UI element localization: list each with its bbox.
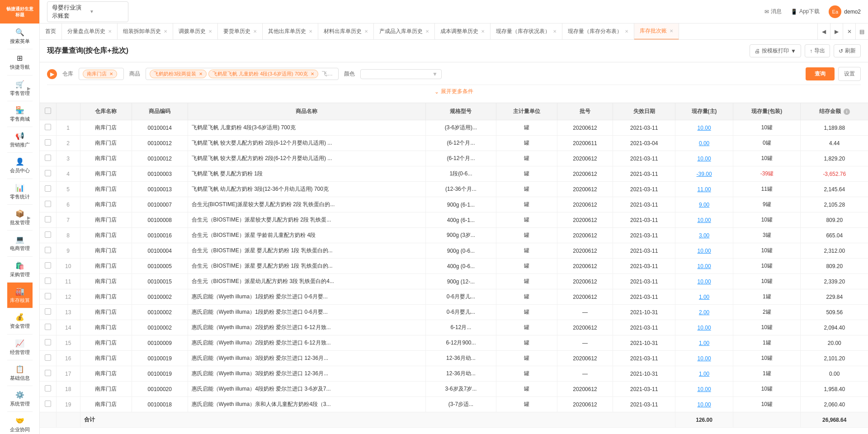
refresh-button[interactable]: ↺ 刷新 (834, 44, 861, 57)
tab-prev-button[interactable]: ◀ (817, 24, 830, 40)
sidebar-item-零售商城[interactable]: 🏪 零售商城 (7, 101, 33, 127)
sidebar-item-企业协同[interactable]: 🤝 企业协同 (7, 412, 33, 434)
template-print-button[interactable]: 🖨 按模板打印 ▼ (750, 44, 801, 57)
row-qty-main[interactable]: 2.00 (675, 305, 733, 320)
tab-10[interactable]: 现存量（库存分布表）✕ (562, 24, 634, 40)
remove-product-tag-1[interactable]: ✕ (199, 71, 203, 76)
row-checkbox[interactable] (45, 354, 51, 361)
row-checkbox[interactable] (45, 385, 51, 392)
tab-close-icon[interactable]: ✕ (481, 29, 485, 34)
sidebar-item-零售统计[interactable]: 📊 零售统计 (7, 179, 33, 205)
tab-7[interactable]: 产成品入库单历史✕ (374, 24, 435, 40)
select-all-checkbox[interactable] (45, 108, 51, 114)
row-qty-main[interactable]: 1.00 (675, 335, 733, 351)
export-button[interactable]: ↑ 导出 (805, 44, 830, 57)
tab-2[interactable]: 组装拆卸单历史✕ (118, 24, 173, 40)
user-menu[interactable]: Ea demo2 (829, 5, 861, 18)
tab-4[interactable]: 要货单历史✕ (218, 24, 263, 40)
sidebar-item-系统管理[interactable]: ⚙️ 系统管理 (7, 386, 33, 412)
tab-close-icon[interactable]: ✕ (625, 29, 628, 34)
expand-more-button[interactable]: ⌄ 展开更多条件 (47, 85, 861, 98)
row-checkbox[interactable] (45, 247, 51, 253)
tab-close-icon[interactable]: ✕ (364, 29, 368, 34)
tab-3[interactable]: 调拨单历史✕ (173, 24, 218, 40)
tab-next-button[interactable]: ▶ (830, 24, 843, 40)
tab-close-icon[interactable]: ✕ (164, 29, 167, 34)
row-checkbox[interactable] (45, 201, 51, 207)
row-checkbox[interactable] (45, 155, 51, 161)
row-checkbox[interactable] (45, 308, 51, 315)
row-checkbox[interactable] (45, 170, 51, 176)
sidebar-item-经营管理[interactable]: 📈 经营管理 (7, 335, 33, 360)
tab-9[interactable]: 现存量（库存状况表）✕ (491, 24, 562, 40)
query-button[interactable]: 查询 (806, 67, 835, 80)
row-checkbox[interactable] (45, 231, 51, 238)
sidebar-item-电商管理[interactable]: 💻 电商管理 (7, 231, 33, 256)
tab-0[interactable]: 首页 (40, 24, 62, 40)
tab-6[interactable]: 材料出库单历史✕ (318, 24, 374, 40)
row-checkbox[interactable] (45, 185, 51, 192)
warehouse-filter[interactable]: 南库门店 ✕ (79, 68, 124, 80)
row-qty-main[interactable]: 10.00 (675, 351, 733, 366)
remove-product-tag-2[interactable]: ✕ (311, 71, 314, 76)
sidebar-item-搜索英单[interactable]: 🔍 搜索英单 (7, 24, 33, 49)
row-qty-main[interactable]: 10.00 (675, 120, 733, 136)
tab-menu-button[interactable]: ▤ (855, 24, 868, 40)
sidebar-item-资金管理[interactable]: 💰 资金管理 (7, 308, 33, 334)
row-qty-main[interactable]: 9.00 (675, 197, 733, 212)
brand-logo[interactable]: 畅捷通好生意 标题 (0, 0, 40, 24)
row-checkbox[interactable] (45, 324, 51, 330)
row-qty-main[interactable]: 3.00 (675, 228, 733, 243)
row-qty-main[interactable]: 10.00 (675, 320, 733, 335)
row-checkbox[interactable] (45, 262, 51, 269)
tab-11[interactable]: 库存批次账✕ (634, 24, 679, 40)
row-qty-main[interactable]: 10.00 (675, 259, 733, 274)
row-qty-main[interactable]: 11.00 (675, 182, 733, 197)
tab-8[interactable]: 成本调整单历史✕ (435, 24, 491, 40)
tab-close-icon[interactable]: ✕ (670, 28, 673, 33)
tab-5[interactable]: 其他出库单历史✕ (263, 24, 318, 40)
sidebar-item-会员中心[interactable]: 👤 会员中心 (7, 153, 33, 179)
row-qty-main[interactable]: 10.00 (675, 151, 733, 166)
sidebar-item-零售管理[interactable]: 🛒 零售管理 ▶ (7, 75, 33, 101)
remove-warehouse-tag[interactable]: ✕ (109, 71, 113, 76)
row-qty-main[interactable]: 1.00 (675, 366, 733, 382)
settings-button[interactable]: 设置 (838, 67, 861, 81)
app-download-button[interactable]: 📱 App下载 (791, 8, 820, 15)
sidebar-item-采购管理[interactable]: 🛍️ 采购管理 (7, 257, 33, 283)
account-selector[interactable]: 母婴行业演示账套 ▼ (47, 1, 128, 22)
tab-close-icon[interactable]: ✕ (425, 29, 429, 34)
messages-button[interactable]: ✉ 消息 (764, 8, 782, 15)
row-qty-main[interactable]: 10.00 (675, 243, 733, 259)
sidebar-item-基础信息[interactable]: 📋 基础信息 (7, 360, 33, 386)
row-qty-main[interactable]: 10.00 (675, 274, 733, 289)
row-checkbox[interactable] (45, 293, 51, 299)
sidebar-item-快捷导航[interactable]: ⊞ 快捷导航 (7, 49, 33, 75)
tab-close-icon[interactable]: ✕ (208, 29, 212, 34)
tab-close-icon[interactable]: ✕ (553, 29, 557, 34)
row-qty-main[interactable]: 10.00 (675, 397, 733, 412)
row-checkbox[interactable] (45, 370, 51, 376)
row-checkbox[interactable] (45, 124, 51, 130)
row-checkbox[interactable] (45, 401, 51, 407)
tab-close-icon[interactable]: ✕ (253, 29, 257, 34)
filter-expand-arrow[interactable]: ▶ (47, 69, 57, 79)
sidebar-item-营销推广[interactable]: 📢 营销推广 (7, 127, 33, 153)
row-qty-main[interactable]: -39.00 (675, 166, 733, 182)
row-qty-main[interactable]: 10.00 (675, 212, 733, 228)
product-filter[interactable]: 飞鹤奶粉3段两提装 ✕ 飞鹤星飞帆 儿童奶粉 4段(3-6岁适用) 700克 ✕… (146, 68, 339, 80)
row-checkbox[interactable] (45, 216, 51, 222)
tab-close-icon[interactable]: ✕ (108, 29, 112, 34)
row-checkbox[interactable] (45, 278, 51, 284)
tab-close-icon[interactable]: ✕ (309, 29, 312, 34)
row-qty-main[interactable]: 1.00 (675, 289, 733, 305)
amount-info-icon[interactable]: i (844, 108, 850, 115)
sidebar-item-批发管理[interactable]: 📦 批发管理 ▶ (7, 205, 33, 231)
color-filter[interactable]: ▼ (360, 69, 442, 79)
tab-close-button[interactable]: ✕ (843, 24, 855, 40)
row-qty-main[interactable]: 10.00 (675, 382, 733, 397)
row-checkbox[interactable] (45, 139, 51, 146)
sidebar-item-库存核算[interactable]: 🏭 库存核算 (7, 283, 33, 308)
tab-1[interactable]: 分量盘点单历史✕ (62, 24, 118, 40)
row-qty-main[interactable]: 0.00 (675, 136, 733, 151)
